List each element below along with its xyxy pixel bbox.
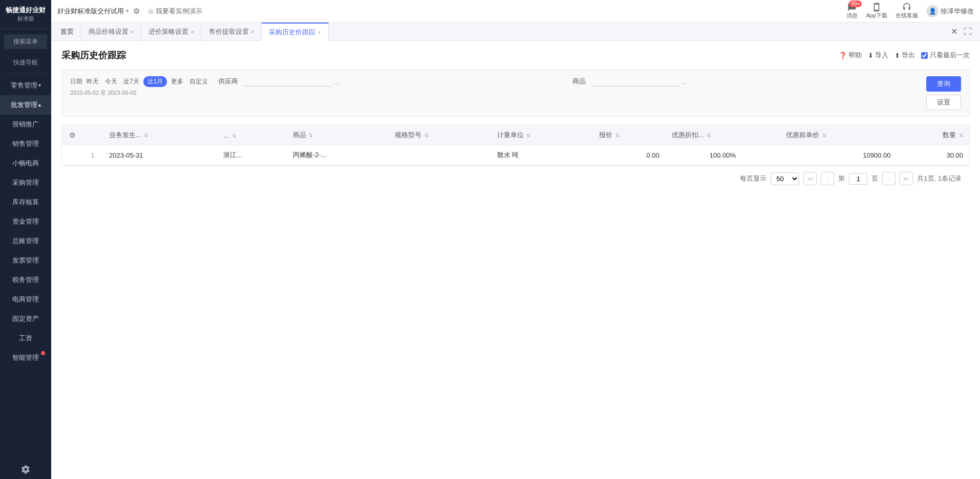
topbar-settings-icon[interactable]: ⚙ [133,7,140,16]
page-header: 采购历史价跟踪 ❓ 帮助 ⬇ 导入 ⬆ 导出 [61,49,970,61]
data-table-container: ⚙ 业务发生... ⇅ ... ⇅ [61,125,970,165]
sidebar-item-assets[interactable]: 固定资产 [0,309,51,329]
page-input[interactable] [849,173,867,185]
app-download-button[interactable]: App下载 [866,3,887,19]
close-tab-action[interactable]: ✕ [949,25,960,38]
sidebar-item-label-payroll: 工资 [19,334,32,343]
demo-label: 我要看实例演示 [156,7,202,16]
sidebar-item-label-assets: 固定资产 [12,314,39,323]
tab-purchase-history[interactable]: 采购历史价跟踪 × [262,23,328,41]
sidebar-item-marketing[interactable]: 营销推广 [0,115,51,134]
tab-home[interactable]: 首页 [53,23,81,41]
sidebar-item-label-sales: 销售管理 [12,139,39,148]
only-last-checkbox[interactable] [921,52,928,59]
sidebar-item-retail[interactable]: 零售管理 ▾ [0,76,51,95]
th-date[interactable]: 业务发生... ⇅ [103,125,217,145]
online-support-button[interactable]: 在线客服 [896,3,918,19]
tab-sale-extract-label: 售价提取设置 [209,27,249,36]
quicknav-button[interactable]: 快捷导航 [0,54,51,71]
sidebar-item-payroll[interactable]: 工资 [0,329,51,348]
close-tab-sale-extract[interactable]: × [251,29,254,35]
only-last-checkbox-label[interactable]: 只看最后一次 [921,51,970,60]
sidebar-item-sales[interactable]: 销售管理 [0,134,51,154]
close-tab-purchase-history[interactable]: × [317,29,321,35]
help-link[interactable]: ❓ 帮助 [839,51,862,60]
sidebar-item-invoice[interactable]: 发票管理 [0,251,51,270]
th-extra[interactable]: ... ⇅ [217,125,286,145]
th-unit[interactable]: 计量单位 ⇅ [491,125,593,145]
filter-date-group: 日期 昨天 今天 近7天 近1月 更多 自定义 2023-05-02 至 202… [70,76,210,97]
search-menu-button[interactable]: 搜索菜单 [4,34,47,49]
date-btn-custom[interactable]: 自定义 [187,76,210,87]
table-settings-gear-icon[interactable]: ⚙ [69,131,76,139]
tab-purchase-strategy[interactable]: 进价策略设置 × [141,23,201,41]
date-range-display: 2023-05-02 至 2023-06-02 [70,89,137,97]
th-price[interactable]: 报价 ⇅ [593,125,666,145]
pagination: 每页显示 50 20 100 ⏮ ‹ 第 页 › ⏭ 共1页, 1条记录 [61,165,970,191]
sidebar-item-label-invoice: 发票管理 [12,256,39,265]
sidebar-item-inventory[interactable]: 库存核算 [0,192,51,212]
sidebar-item-wholesale[interactable]: 批发管理 ▴ [0,95,51,115]
sidebar-search-container: 搜索菜单 [0,29,51,54]
th-qty[interactable]: 数量 ⇅ [897,125,969,145]
tab-price[interactable]: 商品价格设置 × [81,23,141,41]
tab-price-label: 商品价格设置 [89,27,129,36]
sidebar-gear-button[interactable] [0,460,51,479]
row-date-cell: 2023-05-31 [103,145,217,165]
prev-page-button[interactable]: ‹ [821,172,834,185]
row-settings-cell [62,145,82,165]
chevron-down-icon: ▾ [126,8,129,14]
th-orig-price[interactable]: 优惠前单价 ⇅ [780,125,897,145]
goods-more-btn[interactable]: ... [682,78,688,85]
row-goods-cell: 丙烯酸-2-... [287,145,389,165]
version-name: 好业财标准版交付试用 [57,7,124,16]
goods-input[interactable] [590,76,680,86]
date-btn-7days[interactable]: 近7天 [121,76,141,87]
page-header-actions: ❓ 帮助 ⬇ 导入 ⬆ 导出 只看最后一次 [839,51,970,60]
settings-button[interactable]: 设置 [926,95,961,110]
tab-sale-extract[interactable]: 售价提取设置 × [202,23,262,41]
sidebar-item-ledger[interactable]: 总账管理 [0,231,51,251]
avatar: 👤 [926,5,939,17]
chevron-up-icon: ▴ [38,102,41,107]
fullscreen-action[interactable]: ⛶ [962,25,974,38]
supplier-more-btn[interactable]: ... [334,78,340,85]
export-icon: ⬆ [894,52,900,59]
next-page-button[interactable]: › [882,172,896,185]
export-link[interactable]: ⬆ 导出 [894,51,915,60]
sidebar-divider-1 [4,73,47,74]
date-btn-more[interactable]: 更多 [169,76,185,87]
th-discount[interactable]: 优惠折扣... ⇅ [666,125,780,145]
messages-button[interactable]: 99+ 消息 [846,3,858,19]
user-menu[interactable]: 👤 徐泽华修改 [926,5,974,17]
sort-icon-date: ⇅ [144,133,148,138]
topbar: 好业财标准版交付试用 ▾ ⚙ ◎ 我要看实例演示 99+ 消息 App下载 在线… [51,0,980,23]
ai-badge [41,351,45,355]
sidebar-item-finance[interactable]: 资金管理 [0,212,51,231]
sort-icon-price: ⇅ [615,133,620,138]
download-icon [872,3,881,12]
goods-filter-label: 商品 [572,77,586,86]
supplier-input[interactable] [242,76,332,86]
sidebar-item-purchase[interactable]: 采购管理 [0,173,51,192]
per-page-select[interactable]: 50 20 100 [771,172,799,185]
sidebar-item-ai[interactable]: 智能管理 [0,348,51,367]
per-page-label: 每页显示 [740,174,766,183]
version-selector[interactable]: 好业财标准版交付试用 ▾ [57,7,129,16]
th-goods[interactable]: 商品 ⇅ [287,125,389,145]
sidebar-item-ecommerce[interactable]: 电商管理 [0,290,51,309]
date-btn-today[interactable]: 今天 [103,76,119,87]
close-tab-price[interactable]: × [131,29,134,35]
th-spec[interactable]: 规格型号 ⇅ [389,125,491,145]
total-info: 共1页, 1条记录 [917,174,962,183]
date-btn-1month[interactable]: 近1月 [143,76,167,87]
first-page-button[interactable]: ⏮ [803,172,817,185]
close-tab-purchase-strategy[interactable]: × [190,29,194,35]
date-btn-yesterday[interactable]: 昨天 [84,76,101,87]
sidebar-item-ecommerce-small[interactable]: 小畅电商 [0,154,51,173]
demo-button[interactable]: ◎ 我要看实例演示 [148,7,202,16]
query-button[interactable]: 查询 [926,76,961,92]
import-link[interactable]: ⬇ 导入 [868,51,888,60]
last-page-button[interactable]: ⏭ [900,172,913,185]
sidebar-item-tax[interactable]: 税务管理 [0,270,51,290]
